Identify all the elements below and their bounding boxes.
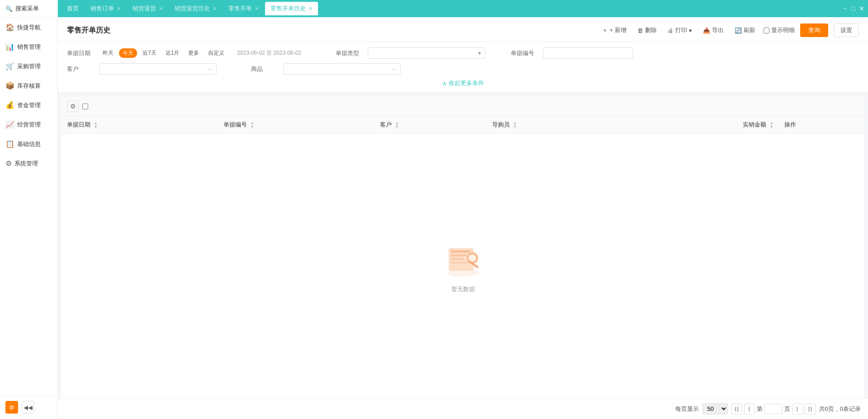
page-title: 零售开单历史 — [67, 26, 110, 35]
sidebar-item-sales-mgmt[interactable]: 📊 销售管理 — [0, 37, 57, 56]
date-btn-today[interactable]: 今天 — [119, 48, 137, 58]
goods-filter-label: 商品 — [251, 65, 276, 73]
page-number-input[interactable]: 1 — [764, 404, 783, 414]
select-all-checkbox[interactable] — [82, 104, 88, 109]
content-area: 零售开单历史 ＋ + 新增 🗑 删除 🖨 打印 ▾ 📤 导出 — [58, 17, 868, 419]
customer-filter-select[interactable]: ··· — [99, 63, 217, 75]
tab-sales-return[interactable]: 销货退货 ✕ — [127, 2, 168, 15]
settings-button[interactable]: 设置 — [834, 24, 859, 37]
per-page-select[interactable]: 50 100 200 — [702, 403, 728, 414]
table-settings-button[interactable]: ⚙ — [67, 100, 79, 112]
show-detail-checkbox[interactable] — [764, 28, 769, 33]
show-detail-toggle[interactable]: 显示明细 — [764, 26, 795, 34]
sidebar-item-label: 经营管理 — [17, 121, 41, 129]
date-btn-1month[interactable]: 近1月 — [162, 48, 183, 58]
pagination: 每页显示 50 100 200 ⟨⟨ ⟨ 第 1 页 ⟩ ⟩⟩ 共0页，0条记录 — [58, 398, 868, 419]
sidebar-item-fund-mgmt[interactable]: 💰 资金管理 — [0, 95, 57, 115]
tab-retail-open-close[interactable]: ✕ — [255, 6, 259, 12]
add-icon: ＋ — [602, 26, 608, 34]
window-min-button[interactable]: － — [842, 5, 848, 13]
sidebar-item-label: 采购管理 — [17, 62, 41, 71]
tab-retail-open-history-close[interactable]: ✕ — [308, 6, 313, 12]
col-action: 操作 — [779, 116, 864, 134]
tab-sales-return-history-label: 销货退货历史 — [175, 5, 210, 13]
sidebar-item-label: 系统管理 — [14, 160, 38, 168]
stats-icon: 📈 — [5, 120, 14, 129]
sort-amount-icon[interactable]: ▲▼ — [770, 122, 773, 129]
tab-sales-return-history[interactable]: 销货退货历史 ✕ — [169, 2, 222, 15]
sidebar-bottom: ⚙ ◀◀ — [0, 395, 57, 419]
print-button[interactable]: 🖨 打印 ▾ — [665, 24, 695, 36]
sort-number-icon[interactable]: ▲▼ — [251, 122, 254, 129]
collapse-filter-button[interactable]: ∧ 收起更多条件 — [442, 79, 484, 87]
table-header-bar: ⚙ — [62, 97, 864, 116]
sidebar: 🔍 搜索采单 🏠 快捷导航 📊 销售管理 🛒 采购管理 📦 库存核算 💰 资金管… — [0, 0, 58, 419]
page-label: 第 — [757, 405, 763, 413]
type-select-arrow: ▾ — [478, 50, 481, 56]
number-filter-label: 单据编号 — [511, 49, 536, 57]
next-page-button[interactable]: ⟩ — [792, 404, 803, 414]
sidebar-item-purchase-mgmt[interactable]: 🛒 采购管理 — [0, 56, 57, 76]
total-info: 共0页，0条记录 — [819, 405, 861, 413]
col-customer-label: 客户 — [380, 121, 392, 128]
tab-retail-open-history[interactable]: 零售开单历史 ✕ — [265, 2, 318, 15]
refresh-button[interactable]: 🔄 刷新 — [732, 24, 758, 36]
last-page-button[interactable]: ⟩⟩ — [805, 404, 816, 414]
show-detail-label: 显示明细 — [771, 26, 795, 34]
sidebar-item-sys-mgmt[interactable]: ⚙ 系统管理 — [0, 154, 57, 173]
tab-sales-return-history-close[interactable]: ✕ — [213, 6, 217, 12]
goods-filter-select[interactable]: ··· — [283, 63, 401, 75]
gear-button[interactable]: ⚙ — [5, 401, 18, 414]
first-page-button[interactable]: ⟨⟨ — [731, 404, 742, 414]
query-button[interactable]: + 新增查询 — [800, 24, 828, 37]
window-close-button[interactable]: ✕ — [859, 5, 864, 12]
tab-sales-return-close[interactable]: ✕ — [159, 6, 163, 12]
sidebar-item-stock-calc[interactable]: 📦 库存核算 — [0, 76, 57, 95]
svg-rect-5 — [451, 262, 468, 264]
sort-salesperson-icon[interactable]: ▲▼ — [513, 122, 517, 129]
chart-icon: 📊 — [5, 42, 14, 51]
svg-rect-2 — [451, 250, 471, 253]
tab-home[interactable]: 首页 — [62, 2, 84, 15]
date-range-display: 2023-06-02 至 2023-06-02 — [237, 49, 301, 57]
chevron-up-icon: ∧ — [442, 80, 447, 87]
refresh-label: 刷新 — [744, 26, 755, 34]
print-label: 打印 — [675, 26, 687, 34]
tab-retail-open-history-label: 零售开单历史 — [270, 5, 306, 13]
col-salesperson-label: 导购员 — [492, 121, 510, 128]
sidebar-item-label: 快捷导航 — [17, 24, 41, 32]
table-area: ⚙ 单据日期 ▲▼ 单据编号 ▲▼ 客户 — [62, 97, 864, 398]
filter-area: 单据日期 昨天 今天 近7天 近1月 更多 自定义 2023-06-02 至 2… — [58, 42, 868, 93]
customer-filter-label: 客户 — [67, 65, 92, 73]
sort-date-icon[interactable]: ▲▼ — [94, 122, 98, 129]
window-max-button[interactable]: □ — [852, 5, 855, 12]
type-filter-select[interactable]: ▾ — [368, 47, 485, 59]
tab-sales-order[interactable]: 销售订单 ✕ — [85, 2, 126, 15]
date-btn-yesterday[interactable]: 昨天 — [99, 48, 117, 58]
svg-rect-4 — [451, 258, 464, 260]
export-button[interactable]: 📤 导出 — [700, 24, 726, 36]
sort-customer-icon[interactable]: ▲▼ — [395, 122, 399, 129]
col-customer: 客户 ▲▼ — [375, 116, 487, 134]
number-filter-input[interactable] — [543, 47, 633, 59]
sidebar-search-label: 搜索采单 — [15, 5, 39, 13]
sidebar-item-quick-nav[interactable]: 🏠 快捷导航 — [0, 18, 57, 37]
home-icon: 🏠 — [5, 23, 14, 32]
sidebar-collapse-button[interactable]: ◀◀ — [22, 401, 34, 414]
sidebar-item-base-info[interactable]: 📋 基础信息 — [0, 134, 57, 154]
add-button[interactable]: ＋ + 新增 — [599, 24, 629, 36]
date-btn-more[interactable]: 更多 — [185, 48, 203, 58]
date-btn-7days[interactable]: 近7天 — [139, 48, 160, 58]
col-number-label: 单据编号 — [223, 121, 247, 128]
tab-sales-order-close[interactable]: ✕ — [117, 6, 121, 12]
col-date-label: 单据日期 — [67, 121, 90, 128]
prev-page-button[interactable]: ⟨ — [744, 404, 755, 414]
type-filter-label: 单据类型 — [336, 49, 360, 57]
sidebar-search[interactable]: 🔍 搜索采单 — [0, 0, 57, 18]
sidebar-item-biz-mgmt[interactable]: 📈 经营管理 — [0, 115, 57, 134]
delete-button[interactable]: 🗑 删除 — [635, 24, 659, 36]
col-amount-label: 实销金额 — [743, 121, 766, 128]
date-btn-custom[interactable]: 自定义 — [204, 48, 228, 58]
export-icon: 📤 — [703, 27, 710, 34]
tab-retail-open[interactable]: 零售开单 ✕ — [223, 2, 264, 15]
